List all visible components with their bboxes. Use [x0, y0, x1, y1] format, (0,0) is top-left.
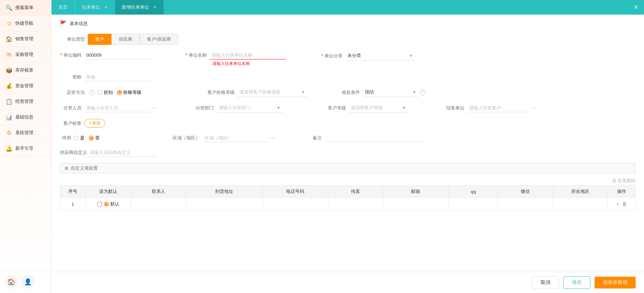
chevron-down-icon: ▼	[413, 90, 416, 94]
short-name-label: 简称	[60, 74, 84, 80]
batch-delete-label: 批量删除	[618, 178, 636, 183]
cell-contact	[131, 198, 186, 211]
dept-label: 分管部门	[192, 105, 217, 111]
email-input[interactable]	[398, 200, 433, 208]
user-button[interactable]: 👤	[21, 275, 35, 289]
radio-discount-circle	[97, 90, 102, 95]
remark-label: 备注	[311, 135, 324, 141]
unit-type-supplier[interactable]: 供应商	[111, 34, 140, 45]
tab-home-label: 首页	[58, 4, 68, 10]
cell-wechat	[498, 198, 553, 211]
cell-address	[186, 198, 262, 211]
region-input[interactable]	[203, 134, 269, 142]
remark-input[interactable]	[324, 134, 422, 142]
sidebar-item-label: 新手引导	[15, 145, 33, 152]
sidebar-item-search[interactable]: 🔍 搜索菜单	[0, 0, 51, 16]
col-email: 邮箱	[383, 186, 449, 198]
customer-price-level-label: 客户价格等级	[206, 89, 237, 96]
unit-name-input[interactable]	[210, 51, 286, 59]
tab-partner-close[interactable]: ✕	[104, 5, 108, 10]
row-region-input[interactable]	[566, 200, 594, 208]
region-label: 区域（地区）	[171, 135, 203, 141]
table-row: 1 默认	[60, 198, 636, 211]
cell-phone	[262, 198, 328, 211]
tab-new-partner[interactable]: 新增往来单位 ✕	[115, 0, 164, 15]
supplier-custom-input[interactable]	[88, 148, 157, 157]
phone-input[interactable]	[278, 200, 313, 208]
action-bar: 取消 保存 保存并新增	[52, 272, 644, 293]
add-row-icon[interactable]: +	[616, 201, 619, 207]
short-name-input[interactable]	[84, 73, 154, 81]
cell-seq: 1	[60, 198, 86, 211]
guide-icon: 🔔	[6, 145, 13, 152]
tab-partner[interactable]: 往来单位 ✕	[75, 0, 115, 15]
manager-ellipsis[interactable]: ···	[150, 105, 158, 111]
home-icon: ⊙	[6, 20, 13, 27]
tab-new-partner-close[interactable]: ✕	[153, 5, 157, 10]
settlement-unit-label: 结算单位	[443, 105, 467, 111]
section-header: 🚩 基本信息	[60, 20, 636, 27]
add-tag-button[interactable]: + 标签	[84, 119, 105, 128]
col-default: 设为默认	[86, 186, 131, 198]
chevron-down-icon: ▼	[301, 90, 305, 94]
sidebar-item-basic[interactable]: 📊 基础信息	[0, 109, 51, 125]
sidebar-item-quick-nav[interactable]: ⊙ 快捷导航	[0, 16, 51, 31]
payment-terms-select[interactable]: 现结 ▼	[363, 88, 418, 97]
sidebar-item-purchase[interactable]: 🛍 采购管理	[0, 47, 51, 63]
wechat-input[interactable]	[511, 200, 539, 208]
batch-delete-button[interactable]: 🗑 批量删除	[60, 178, 636, 184]
unit-category-select[interactable]: 未分类 ▼	[345, 51, 415, 60]
tab-new-partner-label: 新增往来单位	[122, 4, 149, 10]
customer-price-level-select[interactable]: 请选择客户价格等级 ▼	[237, 88, 307, 97]
cancel-button[interactable]: 取消	[532, 276, 559, 289]
unit-code-input[interactable]	[84, 51, 154, 59]
chevron-down-icon: ▼	[277, 106, 281, 110]
address-input[interactable]	[203, 200, 245, 208]
sidebar-item-label: 搜索菜单	[15, 5, 33, 11]
chevron-down-icon: ▼	[402, 106, 406, 110]
radio-price-level[interactable]: 价格等级	[117, 89, 141, 96]
dept-select[interactable]: 请输入分管部门 ▼	[217, 103, 283, 113]
sidebar-item-finance[interactable]: 💰 资金管理	[0, 78, 51, 94]
qq-input[interactable]	[461, 200, 486, 208]
search-icon: 🔍	[6, 4, 13, 11]
settlement-ellipsis[interactable]: ···	[530, 105, 537, 111]
home-button[interactable]: 🏠	[4, 275, 18, 289]
pricing-info-icon[interactable]: ?	[89, 90, 95, 95]
tab-home[interactable]: 首页	[52, 0, 75, 15]
row-checkbox[interactable]	[97, 202, 102, 206]
chevron-down-icon: ▼	[409, 54, 413, 58]
sidebar-item-guide[interactable]: 🔔 新手引导	[0, 141, 51, 156]
region-ellipsis[interactable]: ···	[269, 135, 276, 141]
save-button[interactable]: 保存	[563, 276, 590, 289]
tab-bar-close[interactable]: ✕	[633, 3, 644, 11]
default-radio[interactable]: 默认	[104, 201, 119, 207]
customer-level-label: 客户等级	[324, 105, 349, 111]
customer-tag-row: 客户标签 + 标签	[60, 119, 636, 128]
sidebar-item-label: 采购管理	[15, 51, 33, 58]
save-new-button[interactable]: 保存并新增	[595, 277, 636, 288]
radio-discount[interactable]: 折扣	[97, 89, 113, 96]
col-qq: qq	[449, 186, 498, 198]
customer-level-select[interactable]: 请选择客户等级 ▼	[349, 103, 408, 113]
unit-type-both[interactable]: 客户/供应商	[140, 34, 178, 45]
manager-input[interactable]	[84, 104, 150, 112]
sidebar-item-inventory[interactable]: 📦 库存核算	[0, 63, 51, 78]
contact-input[interactable]	[144, 200, 172, 208]
sidebar-item-operations[interactable]: 📋 经营管理	[0, 94, 51, 109]
finance-icon: 💰	[6, 82, 13, 89]
sidebar-item-sales[interactable]: 🏠 销售管理	[0, 31, 51, 47]
sidebar: 🔍 搜索菜单 ⊙ 快捷导航 🏠 销售管理 🛍 采购管理 📦 库存核算 💰 资金管…	[0, 0, 52, 293]
settlement-unit-input[interactable]	[467, 104, 530, 112]
radio-disabled-no[interactable]: 否	[89, 135, 100, 141]
radio-disabled-yes[interactable]: 是	[74, 135, 85, 141]
custom-settings-button[interactable]: ⚙ 自定义项设置	[60, 163, 636, 173]
col-region: 所在地区	[553, 186, 607, 198]
code-name-category-row: 单位编码 单位名称 请输入往来单位名称 单位分类 未分类 ▼	[60, 51, 636, 67]
payment-info-icon[interactable]: ?	[420, 90, 425, 95]
unit-type-customer[interactable]: 客户	[88, 34, 111, 45]
sidebar-item-system[interactable]: ⚙ 系统管理	[0, 125, 51, 141]
delete-row-icon[interactable]: 🗑	[622, 201, 627, 207]
customer-level-placeholder: 请选择客户等级	[351, 105, 383, 111]
fax-input[interactable]	[341, 200, 369, 208]
